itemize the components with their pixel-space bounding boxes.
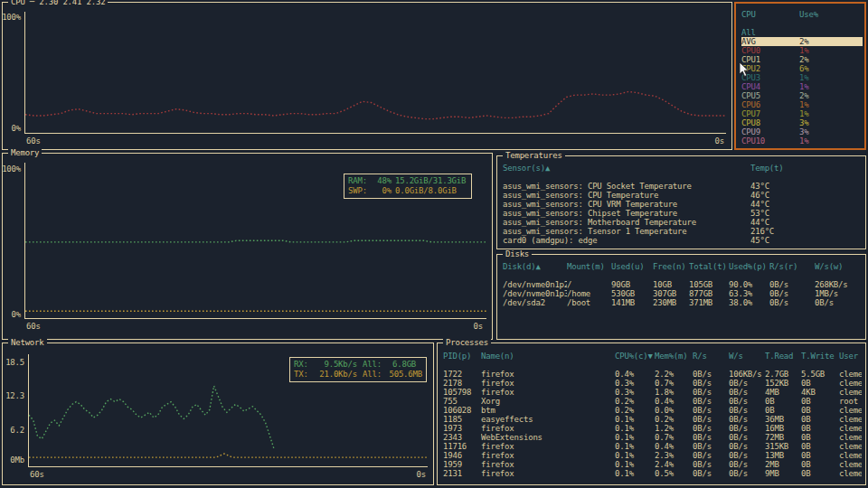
table-row[interactable]: 105798firefox0.3%1.8%0B/s0B/s4MB4KBcleme… (443, 388, 862, 397)
table-row[interactable]: CPU12% (741, 55, 863, 64)
table-header[interactable]: CPUUse% (741, 10, 863, 19)
table-row[interactable]: card0 (amdgpu): edge45°C (503, 236, 862, 245)
cell: 0.1% (615, 415, 655, 424)
cell: 0.5% (655, 469, 693, 478)
table-row[interactable]: /dev/nvme0n1p2/90GB10GB105GB90.0%0B/s268… (503, 280, 862, 289)
cell: 0B (801, 424, 839, 433)
cell: 1% (799, 82, 863, 91)
network-panel[interactable]: Network 18.512.36.20Mb 60s 0s RX: 9.5Kb/… (2, 343, 434, 485)
cell: Free(n) (653, 262, 689, 271)
cell: 0.2% (615, 397, 655, 406)
table-row[interactable]: CPU101% (741, 136, 863, 145)
cell: 4MB (765, 388, 801, 397)
y-tick-label: 12.3 (5, 391, 24, 400)
table-row[interactable]: CPU71% (741, 109, 863, 118)
cell: 0B/s (693, 451, 729, 460)
tx-label: TX: (294, 370, 316, 380)
processes-panel[interactable]: Processes PID(p)Name(n)CPU%(c)▼Mem%(m)R/… (437, 343, 866, 485)
table-row[interactable]: 11716firefox0.1%0.4%0B/s0B/s315KB0Bcleme… (443, 442, 862, 451)
rx-label: RX: (294, 360, 316, 370)
ram-legend-row: RAM: 48% 15.2GiB/31.3GiB (348, 176, 467, 186)
table-row[interactable]: 106028btm0.2%0.0%0B/s0B/s0B0Bcleme… (443, 406, 862, 415)
cell: /dev/sda2 (503, 298, 567, 307)
network-x-tick-right: 0s (417, 470, 426, 479)
table-row[interactable]: CPU93% (741, 127, 863, 136)
cell: cleme… (839, 370, 862, 379)
cell: 0.1% (615, 451, 655, 460)
table-header[interactable]: Sensor(s)▲Temp(t) (503, 164, 862, 173)
table-row[interactable]: asus_wmi_sensors: CPU VRM Temperature44°… (503, 200, 862, 209)
y-tick-label: 0% (12, 310, 21, 319)
cell: 0B/s (693, 388, 729, 397)
table-row[interactable]: 1946firefox0.1%2.3%0B/s0B/s13MB0Bcleme… (443, 451, 862, 460)
table-row[interactable]: asus_wmi_sensors: Motherboard Temperatur… (503, 218, 862, 227)
cell: Sensor(s)▲ (503, 164, 750, 173)
cell: 268KB/s (815, 280, 862, 289)
table-header[interactable]: Disk(d)▲Mount(m)Used(u)Free(n)Total(t)Us… (503, 262, 862, 271)
cell: 1.8% (655, 388, 693, 397)
cell: 0.1% (615, 433, 655, 442)
table-row[interactable]: 2178firefox0.3%0.7%0B/s0B/s152KB0Bcleme… (443, 379, 862, 388)
network-series-rx (29, 386, 274, 449)
disks-panel[interactable]: Disks Disk(d)▲Mount(m)Used(u)Free(n)Tota… (496, 254, 866, 340)
cell: 0B (801, 460, 839, 469)
cell: firefox (481, 370, 615, 379)
cell: 72MB (765, 433, 801, 442)
cell: 0.4% (655, 397, 693, 406)
table-row[interactable]: 755Xorg0.2%0.4%0B/s0B/s0B0Broot (443, 397, 862, 406)
cell: 6% (799, 64, 863, 73)
cell: W/s (729, 352, 765, 361)
cell: Used%(p) (729, 262, 769, 271)
table-row[interactable]: /dev/nvme0n1p3/home530GB307GB877GB63.3%0… (503, 289, 862, 298)
cell: 0B/s (693, 415, 729, 424)
cell: firefox (481, 451, 615, 460)
temperatures-panel[interactable]: Temperatures Sensor(s)▲Temp(t)asus_wmi_s… (496, 155, 866, 249)
cell: 0.3% (615, 379, 655, 388)
memory-legend: RAM: 48% 15.2GiB/31.3GiB SWP: 0% 0.0GiB/… (344, 174, 472, 199)
cell: 877GB (689, 289, 729, 298)
cell: Xorg (481, 397, 615, 406)
table-row[interactable]: 1959firefox0.1%2.4%0B/s0B/s2MB0Bcleme… (443, 460, 862, 469)
cell: 0B/s (729, 451, 765, 460)
memory-panel[interactable]: Memory 100%0% 60s 0s RAM: 48% 15.2GiB/31… (2, 153, 493, 340)
cell: 1% (799, 136, 863, 145)
y-tick-label: 100% (2, 13, 21, 22)
cell: 44°C (750, 218, 862, 227)
table-row[interactable]: asus_wmi_sensors: CPU Temperature46°C (503, 191, 862, 200)
cell: 0B/s (729, 397, 765, 406)
table-header[interactable]: PID(p)Name(n)CPU%(c)▼Mem%(m)R/sW/sT.Read… (443, 352, 862, 361)
table-row[interactable]: CPU41% (741, 82, 863, 91)
table-row[interactable]: CPU83% (741, 118, 863, 127)
cell: 2% (799, 37, 863, 46)
table-row[interactable]: AVG2% (741, 37, 863, 46)
table-row[interactable]: 2131firefox0.1%0.5%0B/s0B/s9MB0Bcleme… (443, 469, 862, 478)
table-row[interactable]: 1722firefox0.4%2.2%0B/s106KB/s2.7GB5.5GB… (443, 370, 862, 379)
cell: 36MB (765, 415, 801, 424)
table-row[interactable]: asus_wmi_sensors: CPU Socket Temperature… (503, 182, 862, 191)
table-row[interactable]: All (741, 28, 863, 37)
cell: 43°C (750, 182, 862, 191)
cell: CPU1 (741, 55, 799, 64)
table-row[interactable]: CPU31% (741, 73, 863, 82)
table-row[interactable]: asus_wmi_sensors: Chipset Temperature53°… (503, 209, 862, 218)
cell: 0B (801, 469, 839, 478)
cell: Mem%(m) (655, 352, 693, 361)
cell: Mount(m) (567, 262, 611, 271)
table-row[interactable]: CPU52% (741, 91, 863, 100)
cell: 3% (799, 127, 863, 136)
cell: cleme… (839, 460, 862, 469)
table-row[interactable]: CPU61% (741, 100, 863, 109)
table-row[interactable]: /dev/sda2/boot141MB230MB371MB38.0%0B/s0B… (503, 298, 862, 307)
cell: 2% (799, 55, 863, 64)
cell: firefox (481, 424, 615, 433)
table-row[interactable]: asus_wmi_sensors: Tsensor 1 Temperature2… (503, 227, 862, 236)
table-row[interactable]: 1185easyeffects0.1%0.2%0B/s0B/s36MB0Bcle… (443, 415, 862, 424)
cpu-graph-panel[interactable]: CPU ─ 2.30 2.41 2.32 100%0% 60s 0s (2, 2, 732, 150)
cpu-legend-panel[interactable]: CPUUse%AllAVG2%CPU01%CPU12%CPU26%CPU31%C… (734, 2, 866, 150)
cell: 1% (799, 100, 863, 109)
table-row[interactable]: 1973firefox0.1%1.2%0B/s0B/s16MB0Bcleme… (443, 424, 862, 433)
temperatures-panel-title: Temperatures (503, 151, 565, 161)
table-row[interactable]: CPU01% (741, 46, 863, 55)
table-row[interactable]: 2343WebExtensions0.1%0.7%0B/s0B/s72MB0Bc… (443, 433, 862, 442)
table-row[interactable]: CPU26% (741, 64, 863, 73)
